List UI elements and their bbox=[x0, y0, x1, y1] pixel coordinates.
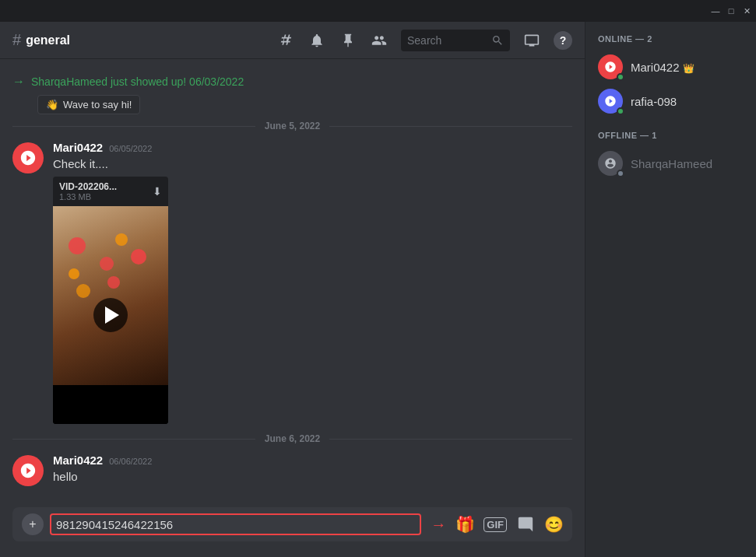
date-divider-june5: June 5, 2022 bbox=[0, 114, 585, 138]
video-bg bbox=[53, 206, 168, 424]
gif-icon[interactable]: GIF bbox=[483, 517, 507, 532]
date-text-june6: June 6, 2022 bbox=[265, 433, 320, 444]
wave-emoji: 👋 bbox=[46, 99, 58, 110]
header-icons: Search ? bbox=[276, 30, 572, 51]
input-icons: 🎁 GIF 😊 bbox=[455, 515, 563, 534]
member-name-mari0422: Mari0422 👑 bbox=[631, 61, 694, 74]
sticker-icon[interactable] bbox=[516, 515, 535, 534]
arrow-indicator-icon: → bbox=[431, 516, 446, 534]
hashtag-icon[interactable] bbox=[276, 31, 295, 50]
message-header-hello: Mari0422 06/06/2022 bbox=[53, 454, 572, 467]
online-status-dot bbox=[617, 73, 624, 81]
search-placeholder: Search bbox=[407, 34, 487, 47]
channel-title: general bbox=[26, 33, 70, 47]
maximize-button[interactable]: □ bbox=[726, 6, 736, 16]
emoji-icon[interactable]: 😊 bbox=[544, 515, 563, 534]
search-box[interactable]: Search bbox=[401, 30, 510, 51]
member-item-rafia[interactable]: rafia-098 bbox=[592, 84, 750, 118]
message-timestamp-hello: 06/06/2022 bbox=[109, 457, 152, 466]
input-area: + → 🎁 GIF 😊 bbox=[0, 507, 585, 557]
online-section-title: ONLINE — 2 bbox=[592, 34, 750, 50]
message-content: Mari0422 06/05/2022 Check it.... VID-202… bbox=[53, 141, 572, 424]
main-layout: # general bbox=[0, 22, 756, 557]
join-message: → SharqaHameed just showed up! 06/03/202… bbox=[0, 72, 585, 92]
member-name-sharqa: SharqaHameed bbox=[631, 157, 712, 170]
chat-area: # general bbox=[0, 22, 585, 557]
video-bottom-bar bbox=[53, 385, 168, 424]
member-avatar-sharqa bbox=[598, 151, 623, 176]
messages-container: → SharqaHameed just showed up! 06/03/202… bbox=[0, 59, 585, 507]
member-item-sharqa[interactable]: SharqaHameed bbox=[592, 146, 750, 180]
close-button[interactable]: ✕ bbox=[742, 6, 751, 16]
message-author[interactable]: Mari0422 bbox=[53, 141, 103, 154]
video-attachment[interactable]: VID-202206... 1.33 MB ⬇ bbox=[53, 177, 168, 424]
monitor-icon[interactable] bbox=[522, 31, 541, 50]
member-item-mari0422[interactable]: Mari0422 👑 bbox=[592, 50, 750, 84]
member-avatar-rafia bbox=[598, 89, 623, 114]
member-list: ONLINE — 2 Mari0422 👑 rafia bbox=[585, 22, 756, 557]
bell-icon[interactable] bbox=[308, 31, 326, 50]
online-status-dot-rafia bbox=[617, 107, 624, 115]
attachment-size: 1.33 MB bbox=[59, 192, 117, 201]
input-box: + → 🎁 GIF 😊 bbox=[12, 507, 572, 541]
minimize-button[interactable]: — bbox=[711, 6, 720, 16]
message-text: Check it.... bbox=[53, 156, 572, 172]
channel-header: # general bbox=[0, 22, 585, 59]
pin-icon[interactable] bbox=[339, 31, 357, 50]
title-bar: — □ ✕ bbox=[0, 0, 756, 22]
join-arrow-icon: → bbox=[12, 75, 25, 89]
gift-icon[interactable]: 🎁 bbox=[455, 515, 474, 534]
member-avatar-mari0422 bbox=[598, 54, 623, 79]
attachment-filename: VID-202206... bbox=[59, 181, 117, 192]
message-mari0422-june5: Mari0422 06/05/2022 Check it.... VID-202… bbox=[0, 138, 585, 427]
offline-status-dot bbox=[617, 170, 624, 177]
date-divider-june6: June 6, 2022 bbox=[0, 427, 585, 450]
crown-icon: 👑 bbox=[683, 63, 694, 74]
video-thumbnail[interactable] bbox=[53, 206, 168, 424]
avatar-mari0422-2 bbox=[12, 455, 44, 486]
message-header: Mari0422 06/05/2022 bbox=[53, 141, 572, 154]
message-author-hello[interactable]: Mari0422 bbox=[53, 454, 103, 467]
wave-button[interactable]: 👋 Wave to say hi! bbox=[37, 95, 140, 114]
help-icon[interactable]: ? bbox=[554, 31, 572, 50]
avatar-mari0422 bbox=[12, 142, 44, 173]
message-input[interactable] bbox=[50, 513, 421, 535]
download-icon[interactable]: ⬇ bbox=[153, 185, 162, 198]
hash-symbol: # bbox=[12, 31, 21, 49]
message-mari0422-june6: Mari0422 06/06/2022 hello bbox=[0, 450, 585, 489]
channel-name: # general bbox=[12, 31, 70, 49]
message-content-hello: Mari0422 06/06/2022 hello bbox=[53, 454, 572, 486]
join-text: SharqaHameed just showed up! 06/03/2022 bbox=[31, 75, 244, 88]
date-text: June 5, 2022 bbox=[265, 121, 320, 131]
members-icon[interactable] bbox=[370, 31, 389, 50]
attachment-header: VID-202206... 1.33 MB ⬇ bbox=[53, 177, 168, 206]
member-name-rafia: rafia-098 bbox=[631, 95, 677, 108]
message-timestamp: 06/05/2022 bbox=[109, 144, 152, 153]
offline-section-title: OFFLINE — 1 bbox=[592, 131, 750, 146]
wave-label: Wave to say hi! bbox=[63, 99, 132, 110]
message-text-hello: hello bbox=[53, 468, 572, 485]
play-button[interactable] bbox=[93, 298, 128, 332]
add-attachment-button[interactable]: + bbox=[22, 513, 44, 535]
